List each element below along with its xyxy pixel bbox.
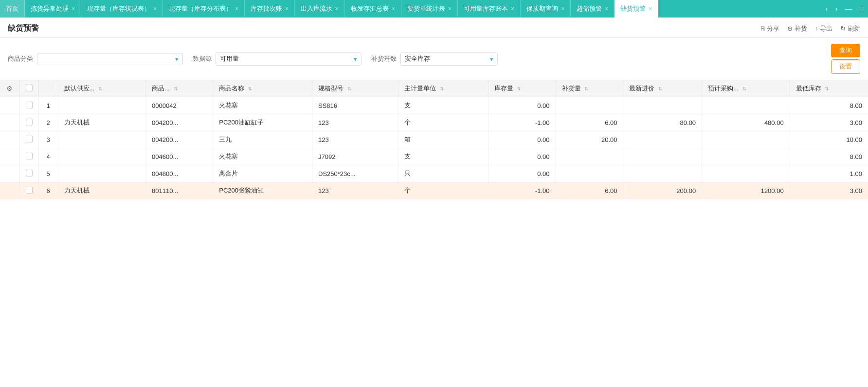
tab-shortage[interactable]: 缺货预警 × <box>615 0 658 18</box>
col-replenish-label: 补货量 <box>562 85 581 92</box>
row-supplier <box>58 97 146 114</box>
row-checkbox[interactable] <box>26 136 33 142</box>
row-num: 4 <box>38 148 58 165</box>
replenish-base-select[interactable]: 安全库存 ▾ <box>400 52 498 66</box>
tab-expiry-query[interactable]: 保质期查询 × <box>521 0 571 18</box>
replenish-icon: ⊕ <box>787 25 793 32</box>
tab-inventory-status-close[interactable]: × <box>153 5 157 12</box>
col-stock-header[interactable]: 库存量 ⇅ <box>488 80 556 97</box>
tab-order-stats-label: 要货单统计表 <box>407 4 445 13</box>
query-button[interactable]: 查询 <box>831 44 860 57</box>
row-checkbox[interactable] <box>26 102 33 108</box>
row-unit: 箱 <box>398 131 488 148</box>
export-button[interactable]: ↑ 导出 <box>815 24 833 33</box>
tab-receipt-summary-label: 收发存汇总表 <box>351 4 389 13</box>
datasource-filter-group: 数据源 可用量 ▾ <box>193 52 362 66</box>
tab-available-ledger[interactable]: 可用量库存账本 × <box>458 0 521 18</box>
row-checkbox[interactable] <box>26 119 33 125</box>
datasource-chevron-icon: ▾ <box>354 55 357 63</box>
tab-next-btn[interactable]: › <box>832 0 842 18</box>
tab-available-ledger-close[interactable]: × <box>511 5 514 12</box>
tab-inventory-dist[interactable]: 现存量（库存分布表） × <box>163 0 245 18</box>
tab-order-stats[interactable]: 要货单统计表 × <box>401 0 458 18</box>
row-replenish: 6.00 <box>556 182 623 199</box>
table-settings-gear-icon[interactable]: ⚙ <box>6 85 13 92</box>
category-select[interactable]: ▾ <box>37 53 183 65</box>
tab-shortage-close[interactable]: × <box>649 5 652 12</box>
row-num: 3 <box>38 131 58 148</box>
tab-receipt-summary[interactable]: 收发存汇总表 × <box>345 0 401 18</box>
row-supplier <box>58 131 146 148</box>
row-spec: 123 <box>312 114 398 131</box>
col-latest-price-header[interactable]: 最新进价 ⇅ <box>623 80 702 97</box>
col-estimated-header[interactable]: 预计采购... ⇅ <box>702 80 790 97</box>
row-supplier: 力天机械 <box>58 114 146 131</box>
tab-overstock-close[interactable]: × <box>605 5 608 12</box>
row-estimated <box>702 148 790 165</box>
row-min-stock: 8.00 <box>790 97 868 114</box>
tab-maximize-btn[interactable]: □ <box>856 0 868 18</box>
row-settings-cell <box>0 131 19 148</box>
settings-button[interactable]: 设置 <box>831 59 860 74</box>
tab-minimize-btn[interactable]: — <box>842 0 856 18</box>
tab-inventory-dist-label: 现存量（库存分布表） <box>169 4 232 13</box>
tab-home[interactable]: 首页 <box>0 0 25 18</box>
datasource-select[interactable]: 可用量 ▾ <box>216 52 362 66</box>
table-wrapper: ⚙ 默认供应... ⇅ 商品... ⇅ 商品名称 <box>0 80 868 199</box>
tab-prev-btn[interactable]: ‹ <box>821 0 832 18</box>
row-estimated: 480.00 <box>702 114 790 131</box>
col-spec-header[interactable]: 规格型号 ⇅ <box>312 80 398 97</box>
row-settings-cell <box>0 165 19 182</box>
tab-order-stats-close[interactable]: × <box>448 5 452 12</box>
col-min-stock-label: 最低库存 <box>796 85 821 92</box>
row-product-name: PC200油缸缸子 <box>213 114 312 131</box>
row-product-name: 离合片 <box>213 165 312 182</box>
share-button[interactable]: ⎘ 分享 <box>761 24 779 33</box>
row-unit: 只 <box>398 165 488 182</box>
col-stock-sort-icon: ⇅ <box>517 86 521 91</box>
col-product-code-label: 商品... <box>152 85 170 92</box>
tab-abnormal[interactable]: 拣货异常处理 × <box>25 0 81 18</box>
refresh-button[interactable]: ↻ 刷新 <box>840 24 860 33</box>
col-unit-header[interactable]: 主计量单位 ⇅ <box>398 80 488 97</box>
row-checkbox[interactable] <box>26 153 33 159</box>
row-replenish <box>556 165 623 182</box>
col-supplier-label: 默认供应... <box>64 85 95 92</box>
col-product-name-label: 商品名称 <box>219 85 244 92</box>
col-min-stock-header[interactable]: 最低库存 ⇅ <box>790 80 868 97</box>
tab-inventory-dist-close[interactable]: × <box>235 5 238 12</box>
row-settings-cell <box>0 97 19 114</box>
col-unit-label: 主计量单位 <box>404 85 436 92</box>
row-estimated: 1200.00 <box>702 182 790 199</box>
datasource-select-value: 可用量 <box>220 54 239 63</box>
row-product-name: 火花塞 <box>213 97 312 114</box>
row-min-stock: 1.00 <box>790 165 868 182</box>
tab-overstock[interactable]: 超储预警 × <box>571 0 615 18</box>
tab-batch-account-close[interactable]: × <box>285 5 289 12</box>
tab-batch-account[interactable]: 库存批次账 × <box>245 0 295 18</box>
export-icon: ↑ <box>815 25 818 32</box>
col-product-name-header[interactable]: 商品名称 ⇅ <box>213 80 312 97</box>
tab-inout-flow-close[interactable]: × <box>335 5 339 12</box>
tab-inout-flow[interactable]: 出入库流水 × <box>295 0 345 18</box>
col-product-code-header[interactable]: 商品... ⇅ <box>146 80 213 97</box>
col-settings-header: ⚙ <box>0 80 19 97</box>
row-product-name: PC200张紧油缸 <box>213 182 312 199</box>
tab-receipt-summary-close[interactable]: × <box>392 5 395 12</box>
replenish-button[interactable]: ⊕ 补货 <box>787 24 807 33</box>
row-unit: 支 <box>398 148 488 165</box>
tab-batch-account-label: 库存批次账 <box>251 4 282 13</box>
tab-expiry-query-close[interactable]: × <box>561 5 564 12</box>
col-estimated-sort-icon: ⇅ <box>742 86 746 91</box>
row-checkbox-cell <box>19 182 38 199</box>
replenish-label: 补货 <box>795 24 807 33</box>
select-all-checkbox[interactable] <box>26 85 33 91</box>
row-num: 6 <box>38 182 58 199</box>
row-product-code: 004800... <box>146 165 213 182</box>
row-checkbox[interactable] <box>26 170 33 176</box>
col-supplier-header[interactable]: 默认供应... ⇅ <box>58 80 146 97</box>
tab-inventory-status[interactable]: 现存量（库存状况表） × <box>81 0 163 18</box>
tab-abnormal-close[interactable]: × <box>72 5 75 12</box>
row-checkbox[interactable] <box>26 187 33 194</box>
col-replenish-header[interactable]: 补货量 ⇅ <box>556 80 623 97</box>
